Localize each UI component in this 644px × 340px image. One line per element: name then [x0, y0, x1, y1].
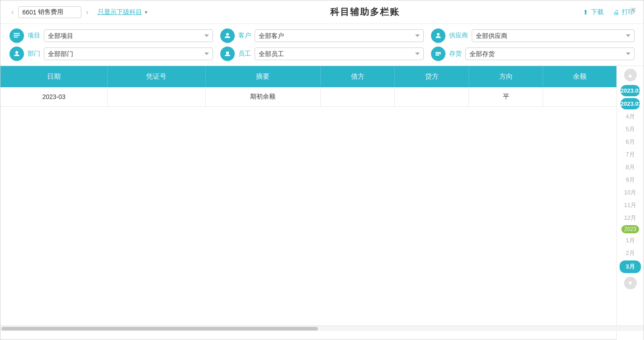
timeline-month-6[interactable]: 6月 [617, 136, 644, 148]
timeline-month-11[interactable]: 11月 [617, 199, 644, 212]
col-credit: 贷方 [395, 66, 469, 87]
cell-balance [543, 87, 616, 107]
close-button[interactable]: × [630, 5, 636, 15]
svg-point-3 [437, 33, 440, 36]
timeline-month-4[interactable]: 4月 [617, 110, 644, 123]
timeline-month-10[interactable]: 10月 [617, 186, 644, 199]
download-button[interactable]: ⬆ 下载 [583, 8, 604, 16]
account-code: 6601 [22, 9, 36, 16]
svg-rect-1 [14, 35, 20, 36]
col-summary: 摘要 [205, 66, 321, 87]
main-window: ‹ 6601 销售费用 › 只显示下级科目 ▾ 科目辅助多栏账 ⬆ 下载 🖨 打… [0, 0, 644, 340]
scrollbar-thumb[interactable] [1, 327, 318, 331]
svg-point-4 [15, 51, 18, 54]
customer-icon [220, 28, 235, 43]
supplier-label: 供应商 [449, 32, 468, 40]
table-row: 2023-03 期初余额 平 [0, 87, 616, 107]
page-title: 科目辅助多栏账 [147, 6, 583, 18]
table-header-row: 日期 凭证号 摘要 借方 贷方 方向 余额 [0, 66, 616, 87]
employee-select[interactable]: 全部员工 [255, 47, 424, 60]
timeline-month-9[interactable]: 9月 [617, 174, 644, 186]
account-code-box: 6601 销售费用 [18, 6, 81, 18]
toolbar-right: ⬆ 下载 🖨 打印 [583, 8, 635, 16]
timeline-up-arrow[interactable]: ▲ [624, 69, 637, 81]
department-label: 部门 [28, 50, 40, 58]
project-icon [9, 28, 24, 43]
filter-inventory: 存货 全部存货 [431, 47, 635, 61]
svg-rect-2 [14, 37, 18, 38]
cell-debit [321, 87, 395, 107]
print-icon: 🖨 [613, 9, 619, 16]
inventory-icon [431, 47, 445, 61]
employee-label: 员工 [238, 50, 251, 58]
svg-rect-5 [226, 52, 229, 54]
department-select[interactable]: 全部部门 [44, 47, 213, 60]
timeline-year-badge[interactable]: 2023 [621, 225, 639, 233]
timeline-month-1[interactable]: 1月 [617, 234, 644, 247]
filter-department: 部门 全部部门 [9, 47, 213, 61]
timeline-down-arrow[interactable]: ▼ [624, 277, 637, 289]
customer-label: 客户 [238, 32, 251, 40]
timeline-date-2023-03-top[interactable]: 2023.03 [620, 85, 640, 96]
timeline-month-5[interactable]: 5月 [617, 123, 644, 136]
ledger-table: 日期 凭证号 摘要 借方 贷方 方向 余额 2023-03 期初余额 [0, 66, 616, 107]
project-label: 项目 [28, 32, 40, 40]
svg-rect-0 [14, 33, 20, 34]
supplier-icon [431, 28, 445, 43]
cell-voucher [108, 87, 205, 107]
cell-direction: 平 [469, 87, 543, 107]
timeline-top-dates: 2023.03 2023.03 [617, 84, 644, 110]
table-container: 日期 凭证号 摘要 借方 贷方 方向 余额 2023-03 期初余额 [0, 66, 616, 326]
prev-arrow[interactable]: ‹ [9, 8, 15, 16]
filter-project: 项目 全部项目 [9, 28, 213, 43]
col-balance: 余额 [543, 66, 616, 87]
employee-icon [220, 47, 235, 61]
sidebar-timeline: ▲ 2023.03 2023.03 4月 5月 6月 7月 8月 9月 10月 … [616, 66, 644, 340]
bottom-scrollbar[interactable] [0, 326, 644, 331]
col-voucher: 凭证号 [108, 66, 205, 87]
supplier-select[interactable]: 全部供应商 [472, 29, 635, 42]
col-date: 日期 [0, 66, 108, 87]
filter-employee: 员工 全部员工 [220, 47, 424, 61]
account-name: 销售费用 [38, 8, 63, 16]
customer-select[interactable]: 全部客户 [255, 29, 424, 42]
timeline-month-12[interactable]: 12月 [617, 212, 644, 224]
download-label: 下载 [591, 8, 604, 16]
cell-credit [395, 87, 469, 107]
col-direction: 方向 [469, 66, 543, 87]
timeline-month-8[interactable]: 8月 [617, 161, 644, 174]
filter-customer: 客户 全部客户 [220, 28, 424, 43]
col-debit: 借方 [321, 66, 395, 87]
timeline-month-7[interactable]: 7月 [617, 148, 644, 161]
content-area: 日期 凭证号 摘要 借方 贷方 方向 余额 2023-03 期初余额 [0, 66, 644, 326]
next-arrow[interactable]: › [84, 8, 90, 16]
show-sub-label[interactable]: 只显示下级科目 [98, 8, 142, 16]
filter-supplier: 供应商 全部供应商 [431, 28, 635, 43]
filter-bar: 项目 全部项目 客户 全部客户 供应商 全部供应商 [0, 24, 644, 66]
project-select[interactable]: 全部项目 [44, 29, 213, 42]
department-icon [9, 47, 24, 61]
download-icon: ⬆ [583, 9, 588, 16]
inventory-select[interactable]: 全部存货 [465, 47, 635, 60]
cell-summary: 期初余额 [205, 87, 321, 107]
timeline-month-3-active[interactable]: 3月 [620, 260, 641, 273]
cell-date: 2023-03 [0, 87, 108, 107]
timeline-date-2023-03-sub[interactable]: 2023.03 [620, 98, 640, 109]
top-bar: ‹ 6601 销售费用 › 只显示下级科目 ▾ 科目辅助多栏账 ⬆ 下载 🖨 打… [0, 0, 644, 24]
inventory-label: 存货 [449, 50, 462, 58]
timeline-month-2[interactable]: 2月 [617, 247, 644, 260]
